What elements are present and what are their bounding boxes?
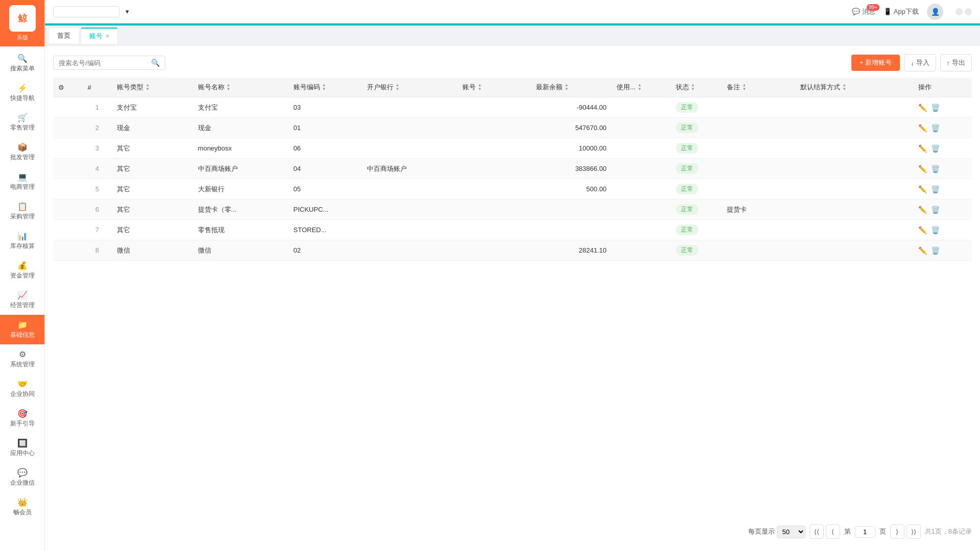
sidebar-item-ecommerce[interactable]: 💻电商管理 bbox=[0, 167, 44, 196]
th-status-label: 状态 bbox=[676, 83, 689, 92]
th-code[interactable]: 账号编码▲▼ bbox=[288, 78, 362, 97]
sidebar-label-finance: 资金管理 bbox=[10, 271, 35, 280]
tab-close-account[interactable]: × bbox=[106, 33, 109, 40]
edit-button-7[interactable]: ✏️ bbox=[918, 246, 927, 255]
edit-button-0[interactable]: ✏️ bbox=[918, 104, 927, 112]
sort-icon-balance: ▲▼ bbox=[565, 83, 569, 91]
account-search-input[interactable] bbox=[59, 59, 148, 67]
sidebar-label-basic: 基础信息 bbox=[10, 331, 35, 339]
page-last-button[interactable]: ⟩⟩ bbox=[906, 524, 921, 539]
toolbar-left: 🔍 bbox=[53, 56, 165, 70]
new-account-button[interactable]: + 新增账号 bbox=[851, 55, 900, 71]
sidebar-item-purchase[interactable]: 📋采购管理 bbox=[0, 196, 44, 226]
edit-button-3[interactable]: ✏️ bbox=[918, 165, 927, 173]
th-name[interactable]: 账号名称▲▼ bbox=[193, 78, 288, 97]
page-number-input[interactable] bbox=[855, 526, 875, 538]
th-remark[interactable]: 备注▲▼ bbox=[722, 78, 795, 97]
th-status[interactable]: 状态▲▼ bbox=[671, 78, 722, 97]
page-size-select[interactable]: 50 100 200 bbox=[777, 525, 805, 538]
th-type[interactable]: 账号类型▲▼ bbox=[112, 78, 192, 97]
sidebar-item-guide[interactable]: 🎯新手引导 bbox=[0, 404, 44, 433]
cell-num-2: 3 bbox=[83, 138, 112, 159]
cell-bank-2 bbox=[362, 138, 457, 159]
sidebar-label-wechat: 企业微信 bbox=[10, 479, 35, 487]
system-icon: ⚙ bbox=[19, 349, 26, 359]
table-row: 7 其它 零售抵现 STORED... 正常 ✏️ 🗑️ bbox=[53, 220, 972, 240]
sidebar-label-agreement: 企业协同 bbox=[10, 390, 35, 398]
sidebar-item-system[interactable]: ⚙系统管理 bbox=[0, 344, 44, 374]
cell-use-0 bbox=[611, 97, 670, 118]
sidebar-item-wholesale[interactable]: 📦批发管理 bbox=[0, 137, 44, 167]
import-button[interactable]: ↓ 导入 bbox=[904, 54, 936, 71]
delete-button-5[interactable]: 🗑️ bbox=[931, 206, 940, 214]
import-label: 导入 bbox=[916, 58, 929, 67]
sort-icon-code: ▲▼ bbox=[322, 83, 326, 91]
user-avatar[interactable]: 👤 bbox=[927, 4, 943, 20]
cell-ops-0: ✏️ 🗑️ bbox=[913, 97, 972, 118]
sidebar-item-quicknav[interactable]: ⚡快捷导航 bbox=[0, 78, 44, 108]
cell-remark-5: 提货卡 bbox=[722, 199, 795, 220]
th-balance[interactable]: 最新余额▲▼ bbox=[531, 78, 611, 97]
app-download-button[interactable]: 📱 App下载 bbox=[884, 7, 919, 16]
delete-button-0[interactable]: 🗑️ bbox=[931, 104, 940, 112]
sidebar-item-inventory[interactable]: 📊库存核算 bbox=[0, 226, 44, 256]
sidebar-item-member[interactable]: 👑畅会员 bbox=[0, 492, 44, 522]
tab-account[interactable]: 账号× bbox=[81, 28, 118, 44]
cell-name-3: 中百商场账户 bbox=[193, 159, 288, 179]
sidebar-item-search[interactable]: 🔍搜索菜单 bbox=[0, 48, 44, 78]
edit-button-4[interactable]: ✏️ bbox=[918, 185, 927, 193]
cell-bank-6 bbox=[362, 220, 457, 240]
th-account[interactable]: 账号▲▼ bbox=[457, 78, 531, 97]
sidebar-item-appcenter[interactable]: 🔲应用中心 bbox=[0, 433, 44, 463]
page-first-button[interactable]: ⟨⟨ bbox=[810, 524, 824, 539]
edit-button-6[interactable]: ✏️ bbox=[918, 226, 927, 234]
sidebar-item-finance[interactable]: 💰资金管理 bbox=[0, 256, 44, 285]
th-default[interactable]: 默认结算方式▲▼ bbox=[795, 78, 913, 97]
cell-code-4: 05 bbox=[288, 179, 362, 199]
th-use[interactable]: 使用...▲▼ bbox=[611, 78, 670, 97]
th-default-label: 默认结算方式 bbox=[800, 83, 840, 92]
edit-button-2[interactable]: ✏️ bbox=[918, 144, 927, 153]
delete-button-4[interactable]: 🗑️ bbox=[931, 185, 940, 193]
sidebar-item-wechat[interactable]: 💬企业微信 bbox=[0, 463, 44, 492]
header-dropdown[interactable]: ▾ bbox=[126, 8, 129, 15]
delete-button-6[interactable]: 🗑️ bbox=[931, 226, 940, 234]
page-size-selector[interactable]: 每页显示 50 100 200 bbox=[748, 525, 805, 538]
page-next-button[interactable]: ⟩ bbox=[890, 524, 904, 539]
delete-button-7[interactable]: 🗑️ bbox=[931, 246, 940, 255]
cell-balance-3: 383866.00 bbox=[531, 159, 611, 179]
action-icons-0: ✏️ 🗑️ bbox=[918, 104, 967, 112]
status-badge-0: 正常 bbox=[676, 102, 698, 113]
message-button[interactable]: 💬 消息 99+ bbox=[852, 7, 875, 16]
edit-button-5[interactable]: ✏️ bbox=[918, 206, 927, 214]
cell-account-6 bbox=[457, 220, 531, 240]
sort-icon-status: ▲▼ bbox=[691, 83, 695, 91]
sidebar-item-basic[interactable]: 📁基础信息 bbox=[0, 315, 44, 344]
th-num: # bbox=[83, 78, 112, 97]
sidebar-item-retail[interactable]: 🛒零售管理 bbox=[0, 108, 44, 137]
sort-icon-remark: ▲▼ bbox=[742, 83, 746, 91]
export-button[interactable]: ↑ 导出 bbox=[940, 54, 972, 71]
sidebar-item-agreement[interactable]: 🤝企业协同 bbox=[0, 374, 44, 404]
header-search-box[interactable] bbox=[53, 6, 119, 17]
sidebar-item-operation[interactable]: 📈经营管理 bbox=[0, 285, 44, 315]
page-prev-button[interactable]: ⟨ bbox=[826, 524, 840, 539]
th-config[interactable]: ⚙ bbox=[53, 78, 83, 97]
window-max-button[interactable] bbox=[965, 8, 972, 15]
delete-button-1[interactable]: 🗑️ bbox=[931, 124, 940, 132]
th-bank[interactable]: 开户银行▲▼ bbox=[362, 78, 457, 97]
window-close-button[interactable] bbox=[955, 8, 963, 15]
download-icon: 📱 bbox=[884, 8, 892, 15]
account-search-box[interactable]: 🔍 bbox=[53, 56, 165, 70]
tab-home[interactable]: 首页 bbox=[49, 28, 79, 43]
delete-button-2[interactable]: 🗑️ bbox=[931, 144, 940, 153]
action-icons-2: ✏️ 🗑️ bbox=[918, 144, 967, 153]
export-icon: ↑ bbox=[947, 59, 950, 67]
cell-code-0: 03 bbox=[288, 97, 362, 118]
edit-button-1[interactable]: ✏️ bbox=[918, 124, 927, 132]
tab-label-account: 账号 bbox=[89, 32, 103, 41]
action-icons-3: ✏️ 🗑️ bbox=[918, 165, 967, 173]
header-search-input[interactable] bbox=[58, 8, 115, 15]
action-icons-6: ✏️ 🗑️ bbox=[918, 226, 967, 234]
delete-button-3[interactable]: 🗑️ bbox=[931, 165, 940, 173]
